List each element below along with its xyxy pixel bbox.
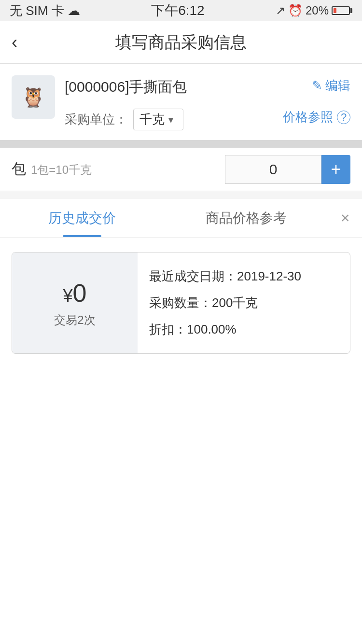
tab-content-history: ¥0 交易2次 最近成交日期：2019-12-30 采购数量：200千克 折扣：… [0, 238, 362, 368]
no-sim-label: 无 SIM 卡 ☁ [10, 2, 80, 19]
tab-section: 历史成交价 商品价格参考 × ¥0 交易2次 最近成交日期：2019-12-30… [0, 199, 362, 368]
recent-date-value: 2019-12-30 [237, 269, 301, 283]
quantity-increment-button[interactable]: + [321, 155, 350, 184]
quantity-input[interactable]: 0 [225, 155, 321, 184]
help-icon[interactable]: ? [337, 111, 350, 124]
nav-bar: ‹ 填写商品采购信息 [0, 21, 362, 64]
back-button[interactable]: ‹ [12, 32, 17, 53]
discount-value: 100.00% [187, 322, 237, 336]
currency-symbol: ¥ [63, 286, 73, 306]
quantity-conversion: 1包=10千克 [31, 162, 92, 178]
price-reference-row: 价格参照 ? [283, 109, 350, 126]
product-card: 🦉 [0000006]手撕面包 采购单位： 千克 ▾ ✎ 编辑 价格参照 [0, 64, 362, 140]
product-unit-row: 采购单位： 千克 ▾ [65, 109, 187, 130]
purchase-qty-value: 200千克 [212, 295, 258, 310]
unit-value: 千克 [139, 111, 165, 128]
tab-product-price-ref[interactable]: 商品价格参考 [164, 199, 328, 237]
status-left: 无 SIM 卡 ☁ [10, 2, 80, 19]
quantity-row: 包 1包=10千克 0 + [0, 148, 362, 191]
status-bar: 无 SIM 卡 ☁ 下午6:12 ↗ ⏰ 20% [0, 0, 362, 21]
recent-date-label: 最近成交日期： [149, 269, 237, 283]
tab-history-price[interactable]: 历史成交价 [0, 199, 164, 237]
edit-label: 编辑 [325, 77, 350, 94]
battery-icon [332, 6, 352, 15]
product-image: 🦉 [12, 75, 55, 119]
alarm-icon: ⏰ [288, 4, 303, 17]
recent-date-row: 最近成交日期：2019-12-30 [149, 267, 338, 286]
quantity-controls: 0 + [225, 155, 350, 184]
price-card-right: 最近成交日期：2019-12-30 采购数量：200千克 折扣：100.00% [138, 252, 350, 353]
price-value: 0 [73, 279, 87, 307]
history-price-main: ¥0 [63, 278, 87, 308]
tab-underline [63, 235, 101, 237]
section-divider [0, 140, 362, 148]
page-body [0, 368, 362, 644]
tab-bar: 历史成交价 商品价格参考 × [0, 199, 362, 238]
trade-count: 交易2次 [54, 312, 95, 328]
price-card-left: ¥0 交易2次 [12, 252, 138, 353]
page-title: 填写商品采购信息 [115, 31, 247, 54]
location-icon: ↗ [276, 4, 285, 17]
tab-product-price-ref-label: 商品价格参考 [206, 209, 287, 227]
history-price-card: ¥0 交易2次 最近成交日期：2019-12-30 采购数量：200千克 折扣：… [12, 252, 350, 354]
battery-percent: 20% [306, 4, 329, 17]
unit-select[interactable]: 千克 ▾ [133, 109, 183, 130]
unit-label: 采购单位： [65, 111, 127, 128]
quantity-label-group: 包 1包=10千克 [12, 159, 92, 179]
purchase-qty-row: 采购数量：200千克 [149, 294, 338, 312]
status-time: 下午6:12 [151, 1, 205, 20]
price-ref-link[interactable]: 价格参照 [283, 109, 333, 126]
status-right: ↗ ⏰ 20% [276, 4, 352, 17]
chevron-down-icon: ▾ [168, 114, 173, 126]
tab-history-price-label: 历史成交价 [48, 209, 116, 227]
discount-row: 折扣：100.00% [149, 320, 338, 339]
discount-label: 折扣： [149, 322, 187, 336]
product-info: [0000006]手撕面包 采购单位： 千克 ▾ [65, 75, 187, 130]
quantity-unit: 包 [12, 159, 26, 179]
purchase-qty-label: 采购数量： [149, 295, 212, 310]
product-logo-icon: 🦉 [21, 86, 45, 109]
edit-icon: ✎ [312, 78, 322, 93]
tab-close-button[interactable]: × [328, 209, 362, 227]
product-name: [0000006]手撕面包 [65, 77, 187, 97]
edit-button[interactable]: ✎ 编辑 [312, 77, 350, 94]
